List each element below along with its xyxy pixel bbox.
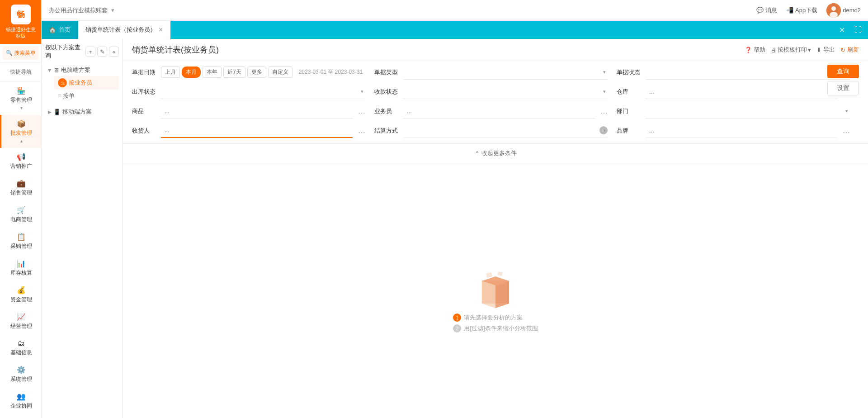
sidebar-item-ecommerce[interactable]: 🛒 电商管理 — [0, 201, 41, 228]
settlement-select[interactable] — [403, 123, 598, 138]
refresh-label: 刷新 — [847, 46, 859, 54]
warehouse-label: 仓库 — [617, 88, 642, 96]
print-icon: 🖨 — [771, 47, 777, 53]
sidebar-item-newuser[interactable]: 🎯 新手引导 — [0, 414, 41, 418]
quicknav-section: 快捷导航 — [0, 63, 41, 82]
out-status-select[interactable] — [161, 84, 365, 99]
brand-label: 品牌 — [617, 127, 642, 135]
collapse-more-button[interactable]: ⌃ 收起更多条件 — [469, 147, 522, 159]
mobile-scheme-tree-root[interactable]: ▶ 📱 移动端方案 — [45, 106, 119, 118]
message-button[interactable]: 💬 消息 — [756, 6, 777, 14]
order-scheme-label: 按单 — [63, 92, 75, 100]
consignee-more-icon[interactable]: … — [358, 127, 365, 135]
date-btn-more[interactable]: 更多 — [247, 66, 266, 78]
page-header: 销货单统计表(按业务员) ❓ 帮助 🖨 按模板打印 ▾ ⬇ 导出 — [123, 39, 868, 59]
sidebar-item-purchase[interactable]: 📋 采购管理 — [0, 228, 41, 255]
salesperson-more-icon[interactable]: … — [600, 107, 608, 115]
filter-area: 单据日期 上月 本月 本年 近7天 更多 自定义 2023-03-01 至 20… — [123, 59, 868, 144]
brand-input[interactable] — [646, 124, 837, 138]
user-name: demo2 — [843, 7, 861, 14]
sidebar-item-inventory[interactable]: 📊 库存核算 — [0, 255, 41, 281]
basic-label: 基础信息 — [10, 349, 32, 356]
salesperson-input[interactable] — [403, 104, 595, 119]
doc-status-label: 单据状态 — [617, 68, 642, 76]
date-btn-this-month[interactable]: 本月 — [182, 66, 201, 78]
doc-type-cell: 单据类型 ▾ — [374, 65, 617, 80]
out-status-cell: 出库状态 ▾ — [132, 84, 374, 99]
receipt-status-select[interactable] — [403, 84, 608, 99]
corp-label: 企业协同 — [10, 402, 32, 410]
filter-action-buttons: 查询 设置 — [827, 65, 859, 95]
query-button[interactable]: 查询 — [827, 65, 859, 78]
tab-close-icon[interactable]: × — [159, 26, 163, 33]
user-profile[interactable]: demo2 — [826, 3, 861, 18]
goods-input[interactable] — [161, 104, 353, 119]
quicknav-button[interactable]: 快捷导航 — [3, 66, 38, 79]
date-btn-custom[interactable]: 自定义 — [268, 66, 292, 78]
tab-sales-stat[interactable]: 销货单统计表（按业务员） × — [78, 21, 170, 39]
collapse-chevron-icon: ⌃ — [475, 150, 480, 157]
sidebar-item-marketing[interactable]: 📢 营销推广 — [0, 148, 41, 175]
message-label: 消息 — [765, 6, 777, 14]
date-btn-prev-month[interactable]: 上月 — [161, 66, 180, 78]
sidebar-item-basic[interactable]: 🗂 基础信息 — [0, 335, 41, 361]
collapse-panel-button[interactable]: « — [109, 47, 119, 57]
filter-row-3: 商品 … 业务员 … 部门 — [132, 104, 859, 119]
order-scheme-icon: ≡ — [58, 93, 61, 99]
doc-status-select[interactable] — [646, 65, 850, 79]
tab-maximize-button[interactable]: ⛶ — [852, 24, 864, 36]
tab-close-button[interactable]: ✕ — [835, 24, 848, 36]
add-scheme-button[interactable]: + — [85, 47, 95, 57]
tabbar-actions: ✕ ⛶ — [832, 21, 868, 39]
sidebar-item-system[interactable]: ⚙️ 系统管理 — [0, 361, 41, 388]
sidebar-search-section: 🔍 搜索菜单 — [0, 44, 41, 63]
scheme-by-order[interactable]: ≡ 按单 — [54, 90, 119, 102]
left-panel-actions: + ✎ « — [85, 47, 119, 57]
sidebar-item-finance[interactable]: 💰 资金管理 — [0, 281, 41, 308]
settlement-clear-icon[interactable]: × — [599, 126, 608, 134]
empty-state: 1 请先选择要分析的方案 2 用[过滤]条件来缩小分析范围 — [123, 163, 868, 418]
doc-type-select[interactable] — [403, 65, 608, 79]
search-menu-label: 搜索菜单 — [14, 49, 36, 57]
dept-select[interactable] — [646, 104, 850, 118]
avatar-image — [826, 3, 841, 18]
set-button[interactable]: 设置 — [827, 81, 859, 95]
collapse-label: 收起更多条件 — [481, 149, 517, 157]
edit-scheme-button[interactable]: ✎ — [97, 47, 107, 57]
scheme-by-salesperson[interactable]: 业 按业务员 — [54, 76, 119, 90]
tab-home-label: 首页 — [59, 26, 71, 34]
tab-home[interactable]: 🏠 首页 — [42, 21, 78, 39]
goods-more-icon[interactable]: … — [358, 107, 365, 115]
warehouse-input[interactable] — [646, 85, 837, 99]
filter-wrapper: 单据日期 上月 本月 本年 近7天 更多 自定义 2023-03-01 至 20… — [123, 59, 868, 144]
sidebar-item-sales[interactable]: 💼 销售管理 — [0, 175, 41, 201]
help-button[interactable]: ❓ 帮助 — [745, 46, 765, 54]
print-dropdown[interactable]: 🖨 按模板打印 ▾ — [771, 46, 811, 54]
sidebar-item-retail[interactable]: 🏪 零售管理 ▾ — [0, 82, 41, 115]
sales-label: 销售管理 — [10, 189, 32, 197]
collapse-bar[interactable]: ⌃ 收起更多条件 — [123, 144, 868, 163]
app-download-button[interactable]: 📲 App下载 — [786, 6, 817, 14]
sales-icon: 💼 — [17, 179, 26, 188]
consignee-input[interactable] — [161, 124, 353, 138]
search-menu-button[interactable]: 🔍 搜索菜单 — [3, 47, 38, 60]
date-btn-this-year[interactable]: 本年 — [203, 66, 222, 78]
date-range-text: 2023-03-01 至 2023-03-31 — [299, 68, 363, 76]
pc-expand-arrow: ▶ — [47, 68, 52, 72]
sidebar-item-wholesale[interactable]: 📦 批发管理 ▴ — [0, 115, 41, 148]
export-button[interactable]: ⬇ 导出 — [816, 46, 835, 54]
empty-illustration — [464, 249, 527, 308]
sidebar-item-operation[interactable]: 📈 经营管理 — [0, 308, 41, 335]
refresh-button[interactable]: ↻ 刷新 — [840, 46, 859, 54]
sidebar-item-corp[interactable]: 👥 企业协同 — [0, 388, 41, 414]
date-label: 单据日期 — [132, 68, 157, 76]
brand-more-icon[interactable]: … — [843, 127, 850, 135]
pc-scheme-tree-root[interactable]: ▶ 🖥 电脑端方案 — [45, 64, 119, 76]
empty-hint-2: 2 用[过滤]条件来缩小分析范围 — [453, 324, 538, 332]
doc-status-select-wrapper: ▾ — [646, 65, 850, 80]
date-btn-7days[interactable]: 近7天 — [223, 66, 245, 78]
left-panel-header: 按以下方案查询 + ✎ « — [45, 43, 119, 60]
topbar-right: 💬 消息 📲 App下载 demo2 — [756, 3, 861, 18]
topbar-dropdown-icon[interactable]: ▾ — [111, 7, 114, 14]
filter-row-1: 单据日期 上月 本月 本年 近7天 更多 自定义 2023-03-01 至 20… — [132, 65, 859, 80]
